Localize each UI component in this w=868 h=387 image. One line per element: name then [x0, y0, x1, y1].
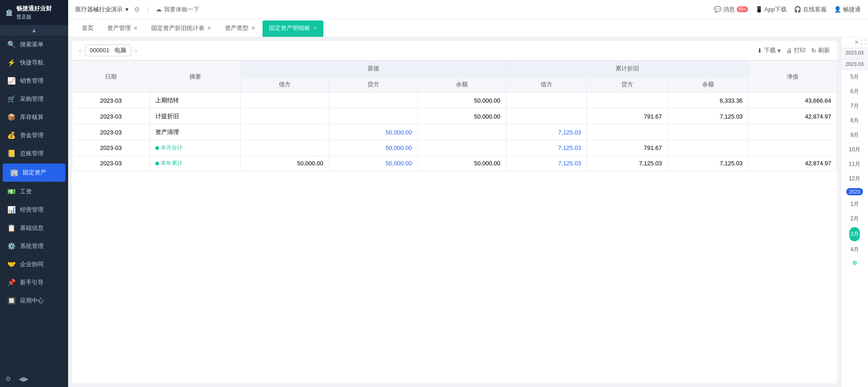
sidebar-item-sales[interactable]: 📈销售管理	[0, 72, 68, 90]
sidebar-label-guide: 新手引导	[20, 278, 44, 287]
purchase-icon: 🛒	[7, 95, 15, 103]
cell-orig-balance-0: 50,000.00	[417, 93, 506, 109]
close-panel-icon[interactable]: ✕	[854, 39, 859, 45]
cell-dep-debit-0	[506, 93, 587, 109]
message-btn[interactable]: 💬 消息 99+	[714, 5, 748, 14]
sidebar-item-ledger[interactable]: 📒总账管理	[0, 144, 68, 163]
table-row: 2023-03 资产清理 50,000.00 7,125.03	[72, 124, 837, 140]
settings-icon[interactable]: ⚙	[5, 375, 11, 382]
sidebar-item-quick-nav[interactable]: ⚡快捷导航	[0, 54, 68, 72]
sidebar-item-basic-info[interactable]: 📋基础信息	[0, 219, 68, 237]
rp-month-11月[interactable]: 11月	[848, 157, 861, 172]
sidebar-label-purchase: 采购管理	[20, 95, 44, 103]
tab-close-2[interactable]: ✕	[207, 25, 211, 31]
rp-month-2023-4月[interactable]: 4月	[848, 243, 862, 257]
right-panel: ✕ ⛶ 2023.03 2023.03 5月6月7月8月9月10月11月12月 …	[841, 37, 868, 387]
cell-dep-credit-4: 7,125.03	[587, 156, 668, 171]
sidebar-item-fixed-assets[interactable]: 🏢固定资产	[3, 164, 65, 182]
rp-month-10月[interactable]: 10月	[848, 143, 861, 157]
tab-label-0: 首页	[82, 24, 94, 32]
cooperation-icon: 🤝	[7, 260, 15, 268]
tabbar: 首页资产管理✕固定资产折旧统计表✕资产类型✕固定资产明细账✕	[68, 19, 868, 37]
cell-dep-balance-3	[668, 140, 749, 156]
tab-4[interactable]: 固定资产明细账✕	[263, 20, 323, 37]
sidebar-item-app-center[interactable]: 🔲应用中心	[0, 292, 68, 310]
rp-months-2023: 1月2月3月4月	[848, 197, 862, 257]
rp-month-7月[interactable]: 7月	[848, 99, 861, 114]
sidebar-item-search[interactable]: 🔍搜索菜单	[0, 35, 68, 54]
sidebar-item-guide[interactable]: 📌新手引导	[0, 273, 68, 292]
rp-month-9月[interactable]: 9月	[848, 128, 861, 143]
rp-month-12月[interactable]: 12月	[848, 172, 861, 186]
rp-month-2023-1月[interactable]: 1月	[848, 197, 862, 212]
col-dep-debit: 借方	[506, 77, 587, 93]
user-profile-btn[interactable]: 👤 畅捷通	[834, 5, 861, 14]
refresh-btn[interactable]: ↻ 刷新	[811, 46, 830, 55]
company-selector[interactable]: 医疗器械行业演示 ▾	[75, 5, 129, 14]
rp-month-5月[interactable]: 5月	[848, 70, 861, 84]
rp-month-2023-3月[interactable]: 3月	[849, 227, 860, 242]
next-asset-btn[interactable]: ›	[135, 47, 137, 54]
sidebar-label-fixed-assets: 固定资产	[23, 169, 46, 177]
ledger-table: 日期 摘要 原值 累计折旧 净值 借方 贷方 余额 借方 贷方 余额	[72, 60, 837, 171]
rp-month-2023-2月[interactable]: 2月	[848, 212, 862, 226]
asset-code-box: 000001 电脑	[85, 45, 131, 56]
tab-1[interactable]: 资产管理✕	[101, 20, 144, 37]
col-summary: 摘要	[150, 61, 241, 93]
sidebar-item-cooperation[interactable]: 🤝企业协同	[0, 255, 68, 273]
cell-net-value-0: 43,666.64	[749, 93, 837, 109]
sidebar-label-search: 搜索菜单	[20, 40, 44, 49]
cell-dep-credit-3: 791.67	[587, 140, 668, 156]
app-download-btn[interactable]: 📱 App下载	[755, 5, 787, 14]
experience-btn[interactable]: ☁ 我要体验一下	[156, 5, 199, 14]
cell-orig-debit-2	[240, 124, 329, 140]
cell-orig-credit-4: 50,000.00	[329, 156, 417, 171]
right-panel-controls: ✕ ⛶	[841, 37, 868, 47]
sidebar-label-quick-nav: 快捷导航	[20, 59, 44, 67]
inventory-icon: 📦	[7, 113, 15, 121]
collapse-icon[interactable]: ◀▶	[19, 375, 29, 382]
sidebar-item-capital[interactable]: 💰资金管理	[0, 126, 68, 144]
tab-close-4[interactable]: ✕	[313, 25, 317, 31]
sidebar-item-operation[interactable]: 📊经营管理	[0, 201, 68, 219]
message-badge: 99+	[737, 6, 748, 12]
rp-month-6月[interactable]: 6月	[848, 84, 861, 99]
tab-close-1[interactable]: ✕	[134, 25, 138, 31]
cell-orig-balance-2	[417, 124, 506, 140]
tab-2[interactable]: 固定资产折旧统计表✕	[145, 20, 218, 37]
customer-service-btn[interactable]: 🎧 在线客服	[794, 5, 827, 14]
user-avatar-icon: 👤	[834, 6, 841, 13]
prev-asset-btn[interactable]: ‹	[79, 47, 81, 54]
sidebar-label-ledger: 总账管理	[20, 149, 44, 158]
cell-dep-balance-4: 7,125.03	[668, 156, 749, 171]
app-download-label: App下载	[764, 5, 787, 14]
sidebar-label-capital: 资金管理	[20, 131, 44, 139]
sidebar-item-payroll[interactable]: 💵工资	[0, 183, 68, 201]
table-row: 2023-03 本年累计 50,000.00 50,000.00 50,000.…	[72, 156, 837, 171]
tab-3[interactable]: 资产类型✕	[218, 20, 262, 37]
expand-panel-icon[interactable]: ⛶	[861, 39, 866, 45]
sidebar-scroll-up[interactable]: ▲	[0, 25, 68, 35]
cell-dep-credit-1: 791.67	[587, 109, 668, 124]
tab-close-3[interactable]: ✕	[251, 25, 255, 31]
sidebar-item-system[interactable]: ⚙️系统管理	[0, 237, 68, 255]
cell-dep-debit-4: 7,125.03	[506, 156, 587, 171]
rp-month-8月[interactable]: 8月	[848, 114, 861, 128]
tab-0[interactable]: 首页	[75, 20, 100, 37]
sidebar-item-inventory[interactable]: 📦库存核算	[0, 108, 68, 126]
table-row: 2023-03 计提折旧 50,000.00 791.67 7,125.03 4…	[72, 109, 837, 124]
tab-label-1: 资产管理	[107, 24, 131, 32]
fixed-assets-icon: 🏢	[10, 169, 18, 177]
guide-icon: 📌	[7, 278, 15, 287]
capital-icon: 💰	[7, 131, 15, 139]
rp-year-badge[interactable]: 2023	[846, 188, 863, 195]
rp-expand-arrow[interactable]: ⊕	[850, 257, 859, 268]
sidebar-item-purchase[interactable]: 🛒采购管理	[0, 90, 68, 108]
rp-months-before: 5月6月7月8月9月10月11月12月	[848, 70, 861, 186]
download-btn[interactable]: ⬇ 下载 ▾	[757, 46, 781, 55]
print-btn[interactable]: 🖨 打印	[786, 46, 806, 55]
cell-net-value-1: 42,874.97	[749, 109, 837, 124]
cell-net-value-4: 42,874.97	[749, 156, 837, 171]
company-name: 医疗器械行业演示	[75, 5, 123, 14]
settings-gear-icon[interactable]: ⚙	[134, 5, 140, 14]
